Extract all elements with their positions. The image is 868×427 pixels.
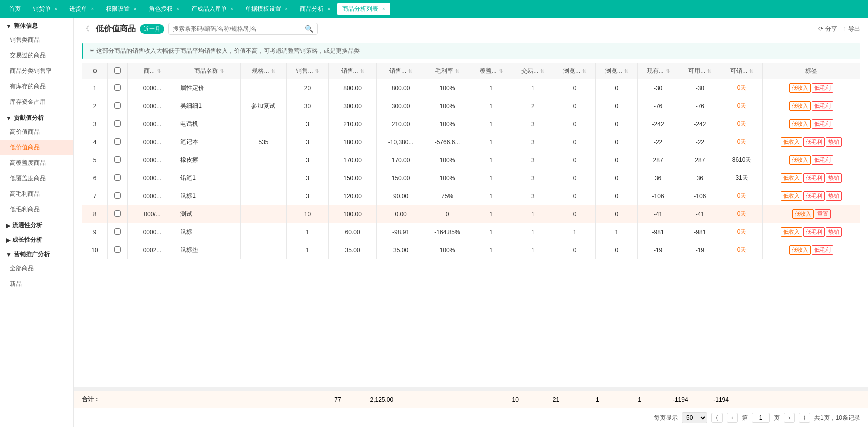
- sidebar-item-category-sales-rate[interactable]: 商品分类销售率: [0, 63, 73, 79]
- sidebar-group-growth[interactable]: ▶ 成长性分析: [0, 232, 73, 246]
- th-view2[interactable]: 浏览...⇅: [596, 63, 638, 79]
- th-margin[interactable]: 毛利率⇅: [425, 63, 470, 79]
- sidebar-item-sales-goods[interactable]: 销售类商品: [0, 32, 73, 48]
- th-cover[interactable]: 覆盖...⇅: [470, 63, 512, 79]
- nav-product-inbound[interactable]: 产成品入库单 ×: [186, 3, 238, 15]
- view1-link[interactable]: 0: [573, 175, 577, 182]
- row-checkbox-9[interactable]: [114, 228, 121, 235]
- cell-check[interactable]: [108, 133, 128, 151]
- row-checkbox-3[interactable]: [114, 120, 121, 127]
- view1-link[interactable]: 0: [573, 121, 577, 128]
- sidebar-item-traded-goods[interactable]: 交易过的商品: [0, 48, 73, 63]
- sidebar-item-high-value[interactable]: 高价值商品: [0, 124, 73, 140]
- cell-check[interactable]: [108, 151, 128, 169]
- th-check[interactable]: [108, 63, 128, 79]
- cell-check[interactable]: [108, 115, 128, 133]
- th-sales-amt2[interactable]: 销售...⇅: [377, 63, 425, 79]
- view1-link[interactable]: 1: [573, 229, 577, 236]
- row-checkbox-5[interactable]: [114, 156, 121, 163]
- close-permissions[interactable]: ×: [134, 6, 137, 12]
- nav-home[interactable]: 首页: [4, 3, 26, 15]
- sidebar-item-stocked-goods[interactable]: 有库存的商品: [0, 79, 73, 94]
- cell-view1[interactable]: 0: [554, 169, 596, 187]
- select-all-checkbox[interactable]: [114, 67, 121, 74]
- close-product-analysis-list[interactable]: ×: [382, 6, 385, 12]
- nav-product-analysis-list[interactable]: 商品分析列表 ×: [337, 3, 390, 15]
- date-range-badge[interactable]: 近一月: [140, 24, 164, 34]
- last-page-button[interactable]: ⟩: [799, 413, 810, 423]
- per-page-select[interactable]: 50 100 200: [682, 412, 707, 423]
- view1-link[interactable]: 0: [573, 193, 577, 200]
- close-product-inbound[interactable]: ×: [230, 6, 233, 12]
- cell-view1[interactable]: 0: [554, 115, 596, 133]
- close-purchase-order[interactable]: ×: [91, 6, 94, 12]
- export-button[interactable]: ↑ 导出: [843, 25, 860, 33]
- cell-check[interactable]: [108, 223, 128, 241]
- th-tags[interactable]: 标签: [763, 63, 860, 79]
- nav-role-auth[interactable]: 角色授权 ×: [144, 3, 184, 15]
- search-input[interactable]: [173, 25, 303, 32]
- nav-product-analysis[interactable]: 商品分析 ×: [295, 3, 335, 15]
- nav-permissions[interactable]: 权限设置 ×: [101, 3, 141, 15]
- th-view1[interactable]: 浏览...⇅: [554, 63, 596, 79]
- view1-link[interactable]: 0: [573, 211, 577, 218]
- view1-link[interactable]: 0: [573, 85, 577, 92]
- sidebar-group-marketing[interactable]: ▼ 营销推广分析: [0, 246, 73, 261]
- view1-link[interactable]: 0: [573, 103, 577, 110]
- close-role-auth[interactable]: ×: [176, 6, 179, 12]
- sidebar-item-all-goods[interactable]: 全部商品: [0, 261, 73, 276]
- th-stock1[interactable]: 现有...⇅: [638, 63, 679, 79]
- row-checkbox-4[interactable]: [114, 138, 121, 145]
- sidebar-item-high-margin[interactable]: 高毛利商品: [0, 186, 73, 202]
- view1-link[interactable]: 0: [573, 139, 577, 146]
- cell-view1[interactable]: 0: [554, 97, 596, 115]
- row-checkbox-6[interactable]: [114, 174, 121, 181]
- cell-view1[interactable]: 0: [554, 151, 596, 169]
- page-input[interactable]: [752, 413, 770, 423]
- horizontal-scrollbar[interactable]: [74, 387, 868, 391]
- th-stock2[interactable]: 可用...⇅: [679, 63, 721, 79]
- th-sellable[interactable]: 可销...⇅: [721, 63, 763, 79]
- cell-view1[interactable]: 0: [554, 187, 596, 205]
- close-product-analysis[interactable]: ×: [327, 6, 330, 12]
- th-code[interactable]: 商...⇅: [127, 63, 177, 79]
- sidebar-group-overall[interactable]: ▼ 整体信息: [0, 18, 73, 32]
- th-sales-qty[interactable]: 销售...⇅: [287, 63, 329, 79]
- cell-check[interactable]: [108, 241, 128, 259]
- sidebar-group-contribution[interactable]: ▼ 贡献值分析: [0, 110, 73, 124]
- row-checkbox-1[interactable]: [114, 84, 121, 91]
- next-page-button[interactable]: ›: [784, 413, 795, 423]
- gear-icon[interactable]: ⚙: [92, 68, 98, 75]
- close-template-settings[interactable]: ×: [285, 6, 288, 12]
- cell-view1[interactable]: 0: [554, 241, 596, 259]
- cell-view1[interactable]: 1: [554, 223, 596, 241]
- cell-view1[interactable]: 0: [554, 79, 596, 97]
- sidebar-item-inventory-funds[interactable]: 库存资金占用: [0, 94, 73, 110]
- prev-page-button[interactable]: ‹: [727, 413, 738, 423]
- view1-link[interactable]: 0: [573, 157, 577, 164]
- sidebar-item-high-coverage[interactable]: 高覆盖度商品: [0, 155, 73, 171]
- row-checkbox-2[interactable]: [114, 102, 121, 109]
- cell-check[interactable]: [108, 187, 128, 205]
- collapse-sidebar-btn[interactable]: 《: [82, 24, 90, 34]
- nav-template-settings[interactable]: 单据模板设置 ×: [240, 3, 293, 15]
- sidebar-group-circulation[interactable]: ▶ 流通性分析: [0, 217, 73, 232]
- cell-check[interactable]: [108, 79, 128, 97]
- sidebar-item-low-margin[interactable]: 低毛利商品: [0, 202, 73, 217]
- cell-check[interactable]: [108, 205, 128, 223]
- sidebar-item-low-coverage[interactable]: 低覆盖度商品: [0, 171, 73, 186]
- cell-check[interactable]: [108, 169, 128, 187]
- cell-view1[interactable]: 0: [554, 205, 596, 223]
- view1-link[interactable]: 0: [573, 247, 577, 254]
- share-button[interactable]: ⟳ 分享: [818, 25, 837, 33]
- th-trade[interactable]: 交易...⇅: [512, 63, 554, 79]
- nav-purchase-order[interactable]: 进货单 ×: [64, 3, 99, 15]
- cell-check[interactable]: [108, 97, 128, 115]
- cell-view1[interactable]: 0: [554, 133, 596, 151]
- th-name[interactable]: 商品名称⇅: [177, 63, 241, 79]
- nav-sales-order[interactable]: 销货单 ×: [28, 3, 62, 15]
- th-sales-amt[interactable]: 销售...⇅: [328, 63, 377, 79]
- sidebar-item-low-value[interactable]: 低价值商品: [0, 140, 73, 155]
- close-sales-order[interactable]: ×: [54, 6, 57, 12]
- row-checkbox-8[interactable]: [114, 210, 121, 217]
